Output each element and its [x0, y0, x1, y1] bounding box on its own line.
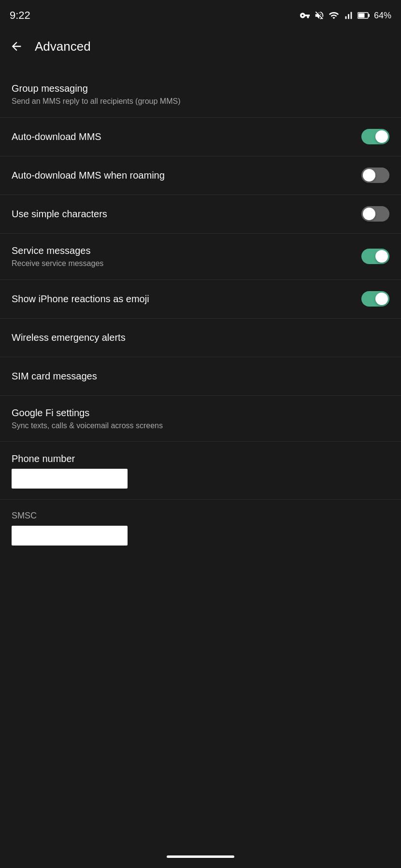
- settings-item-title: Auto-download MMS when roaming: [12, 169, 354, 182]
- smsc-input[interactable]: [12, 526, 128, 546]
- settings-item-smsc[interactable]: SMSC: [0, 500, 401, 556]
- smsc-label: SMSC: [12, 510, 37, 521]
- settings-item-content: Use simple characters: [12, 208, 354, 220]
- settings-list: Group messaging Send an MMS reply to all…: [0, 64, 401, 556]
- toolbar: Advanced: [0, 29, 401, 64]
- settings-item-sim-card-messages[interactable]: SIM card messages: [0, 357, 401, 396]
- settings-item-title: Wireless emergency alerts: [12, 331, 389, 344]
- settings-item-content: SIM card messages: [12, 370, 389, 382]
- settings-item-content: Auto-download MMS when roaming: [12, 169, 354, 182]
- settings-item-content: Wireless emergency alerts: [12, 331, 389, 344]
- key-icon: [300, 10, 310, 21]
- toggle-thumb: [363, 169, 375, 182]
- back-button[interactable]: [10, 40, 23, 53]
- toggle-container[interactable]: [361, 129, 389, 144]
- settings-item-title: Service messages: [12, 244, 354, 257]
- settings-item-group-messaging[interactable]: Group messaging Send an MMS reply to all…: [0, 71, 401, 118]
- toggle-thumb: [375, 130, 388, 143]
- toggle-simple-characters[interactable]: [361, 206, 389, 222]
- toggle-container[interactable]: [361, 168, 389, 183]
- battery-icon: [358, 10, 370, 21]
- toggle-thumb: [375, 250, 388, 263]
- settings-item-title: Use simple characters: [12, 208, 354, 220]
- settings-item-service-messages[interactable]: Service messages Receive service message…: [0, 234, 401, 280]
- toggle-iphone-reactions[interactable]: [361, 291, 389, 307]
- toggle-container[interactable]: [361, 249, 389, 264]
- toggle-container[interactable]: [361, 291, 389, 307]
- status-bar: 9:22: [0, 0, 401, 29]
- status-time: 9:22: [10, 9, 30, 22]
- toggle-service-messages[interactable]: [361, 249, 389, 264]
- settings-item-content: Show iPhone reactions as emoji: [12, 293, 354, 305]
- settings-item-phone-number[interactable]: Phone number: [0, 442, 401, 500]
- settings-item-subtitle: Receive service messages: [12, 259, 354, 269]
- svg-rect-2: [358, 14, 364, 18]
- settings-item-iphone-reactions[interactable]: Show iPhone reactions as emoji: [0, 280, 401, 319]
- settings-item-wireless-alerts[interactable]: Wireless emergency alerts: [0, 319, 401, 357]
- settings-item-title: Group messaging: [12, 82, 389, 95]
- settings-item-subtitle: Send an MMS reply to all recipients (gro…: [12, 97, 389, 107]
- settings-item-google-fi[interactable]: Google Fi settings Sync texts, calls & v…: [0, 396, 401, 442]
- settings-item-simple-characters[interactable]: Use simple characters: [0, 195, 401, 234]
- nav-bar-indicator: [167, 855, 234, 858]
- status-icons: 64%: [300, 10, 391, 21]
- toggle-thumb: [363, 208, 375, 220]
- toggle-auto-download-roaming[interactable]: [361, 168, 389, 183]
- mute-icon: [314, 10, 325, 21]
- settings-item-content: Google Fi settings Sync texts, calls & v…: [12, 406, 389, 431]
- page-title: Advanced: [35, 39, 91, 54]
- nav-bar: [0, 845, 401, 868]
- settings-item-title: Show iPhone reactions as emoji: [12, 293, 354, 305]
- signal-icon: [343, 10, 354, 21]
- svg-rect-1: [368, 14, 370, 17]
- toggle-thumb: [375, 293, 388, 305]
- settings-item-title: Google Fi settings: [12, 406, 389, 419]
- battery-percentage: 64%: [374, 11, 391, 21]
- settings-item-content: Service messages Receive service message…: [12, 244, 354, 269]
- phone-number-input[interactable]: [12, 469, 128, 489]
- wifi-icon: [329, 10, 339, 21]
- settings-item-auto-download-roaming[interactable]: Auto-download MMS when roaming: [0, 156, 401, 195]
- settings-item-title: Auto-download MMS: [12, 130, 354, 143]
- settings-item-title: SIM card messages: [12, 370, 389, 382]
- settings-item-subtitle: Sync texts, calls & voicemail across scr…: [12, 421, 389, 431]
- toggle-container[interactable]: [361, 206, 389, 222]
- phone-number-label: Phone number: [12, 452, 75, 465]
- toggle-auto-download-mms[interactable]: [361, 129, 389, 144]
- settings-item-auto-download-mms[interactable]: Auto-download MMS: [0, 118, 401, 156]
- settings-item-content: Group messaging Send an MMS reply to all…: [12, 82, 389, 107]
- settings-item-content: Auto-download MMS: [12, 130, 354, 143]
